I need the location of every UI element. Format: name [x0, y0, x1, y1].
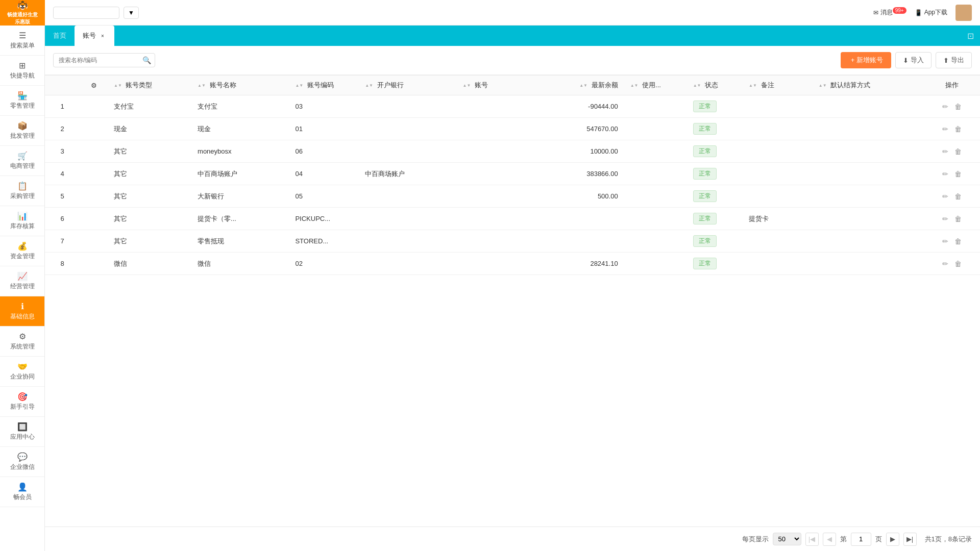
cell-actions: ✏ 🗑 — [924, 95, 980, 118]
table-wrap: ⚙ ▲▼ 账号类型 ▲▼ 账号名称 ▲▼ 账号编码 — [45, 75, 980, 527]
edit-button[interactable]: ✏ — [940, 191, 950, 202]
col-name-label: 账号名称 — [210, 81, 236, 89]
col-header-account[interactable]: ▲▼ 账号 — [457, 76, 541, 95]
cell-usage — [624, 118, 687, 140]
page-first-button[interactable]: |◀ — [805, 533, 819, 546]
sidebar-item-appcenter[interactable]: 🔲 应用中心 — [0, 417, 44, 447]
import-button[interactable]: ⬇ 导入 — [895, 52, 932, 68]
edit-button[interactable]: ✏ — [940, 259, 950, 269]
cell-type: 其它 — [108, 208, 191, 230]
delete-button[interactable]: 🗑 — [952, 236, 964, 246]
cell-payment — [813, 208, 924, 230]
settings-gear-icon[interactable]: ⚙ — [91, 82, 97, 89]
sort-payment-icon: ▲▼ — [819, 84, 827, 88]
cell-payment — [813, 118, 924, 140]
main-area: ▼ ✉ 消息 99+ 📱 App下载 首页 账号 × ⊡ — [45, 0, 980, 551]
col-header-usage[interactable]: ▲▼ 使用... — [624, 76, 687, 95]
search-button[interactable]: 🔍 — [142, 56, 151, 64]
cell-remark — [743, 118, 813, 140]
cell-bank — [359, 185, 456, 208]
page-label: 第 — [840, 535, 847, 544]
status-badge: 正常 — [693, 190, 717, 202]
tab-close-icon[interactable]: × — [99, 32, 106, 39]
page-input[interactable] — [851, 533, 871, 546]
sidebar-item-finance[interactable]: 💰 资金管理 — [0, 236, 44, 266]
edit-button[interactable]: ✏ — [940, 102, 950, 112]
col-header-type[interactable]: ▲▼ 账号类型 — [108, 76, 191, 95]
app-download-action[interactable]: 📱 App下载 — [915, 8, 947, 17]
cell-settings — [80, 208, 108, 230]
sidebar-item-label-member: 畅会员 — [13, 493, 32, 502]
status-badge: 正常 — [693, 258, 717, 269]
cell-status: 正常 — [687, 118, 743, 140]
sidebar-item-guide[interactable]: 🎯 新手引导 — [0, 387, 44, 417]
sidebar-item-enterprise-collab[interactable]: 🤝 企业协同 — [0, 357, 44, 387]
sidebar-item-label-appcenter: 应用中心 — [10, 433, 35, 441]
col-header-bank[interactable]: ▲▼ 开户银行 — [359, 76, 456, 95]
enterprise-wechat-icon: 💬 — [17, 452, 28, 462]
messages-action[interactable]: ✉ 消息 99+ — [873, 8, 906, 17]
cell-type: 其它 — [108, 163, 191, 185]
delete-button[interactable]: 🗑 — [952, 146, 964, 157]
cell-status: 正常 — [687, 140, 743, 163]
delete-button[interactable]: 🗑 — [952, 191, 964, 202]
edit-button[interactable]: ✏ — [940, 146, 950, 157]
delete-button[interactable]: 🗑 — [952, 259, 964, 269]
col-header-payment[interactable]: ▲▼ 默认结算方式 — [813, 76, 924, 95]
sidebar-item-system[interactable]: ⚙ 系统管理 — [0, 327, 44, 357]
page-next-button[interactable]: ▶ — [886, 533, 899, 546]
sidebar-item-inventory[interactable]: 📊 库存核算 — [0, 206, 44, 236]
delete-button[interactable]: 🗑 — [952, 124, 964, 134]
cell-bank — [359, 118, 456, 140]
sort-type-icon: ▲▼ — [114, 84, 122, 88]
delete-button[interactable]: 🗑 — [952, 169, 964, 179]
tab-account[interactable]: 账号 × — [75, 26, 114, 46]
system-icon: ⚙ — [19, 332, 26, 341]
col-header-remark[interactable]: ▲▼ 备注 — [743, 76, 813, 95]
col-header-status[interactable]: ▲▼ 状态 — [687, 76, 743, 95]
tab-expand-button[interactable]: ⊡ — [961, 31, 980, 41]
sidebar-item-wholesale[interactable]: 📦 批发管理 — [0, 116, 44, 146]
sidebar-item-operations[interactable]: 📈 经营管理 — [0, 266, 44, 296]
edit-button[interactable]: ✏ — [940, 124, 950, 134]
edit-button[interactable]: ✏ — [940, 214, 950, 224]
cell-status: 正常 — [687, 230, 743, 253]
dropdown-button[interactable]: ▼ — [124, 7, 139, 19]
edit-button[interactable]: ✏ — [940, 169, 950, 179]
page-size-select[interactable]: 50 100 — [773, 533, 801, 545]
page-prev-button[interactable]: ◀ — [823, 533, 836, 546]
export-button[interactable]: ⬆ 导出 — [936, 52, 972, 68]
delete-button[interactable]: 🗑 — [952, 214, 964, 224]
col-status-label: 状态 — [705, 81, 718, 89]
cell-code: STORED... — [289, 230, 359, 253]
delete-button[interactable]: 🗑 — [952, 102, 964, 112]
top-search-input[interactable] — [53, 7, 119, 19]
app-download-icon: 📱 — [915, 9, 922, 16]
avatar[interactable] — [955, 5, 972, 21]
cell-actions: ✏ 🗑 — [924, 230, 980, 253]
edit-button[interactable]: ✏ — [940, 236, 950, 246]
guide-icon: 🎯 — [17, 392, 28, 402]
add-account-button[interactable]: + 新增账号 — [841, 52, 891, 68]
cell-usage — [624, 253, 687, 275]
sidebar-item-member[interactable]: 👤 畅会员 — [0, 477, 44, 507]
cell-account — [457, 208, 541, 230]
col-header-code[interactable]: ▲▼ 账号编码 — [289, 76, 359, 95]
sidebar-item-enterprise-wechat[interactable]: 💬 企业微信 — [0, 447, 44, 477]
sidebar-item-ecommerce[interactable]: 🛒 电商管理 — [0, 146, 44, 176]
cell-index: 5 — [45, 185, 80, 208]
sidebar-item-retail[interactable]: 🏪 零售管理 — [0, 86, 44, 116]
sidebar-item-search[interactable]: ☰ 搜索菜单 — [0, 26, 44, 56]
page-last-button[interactable]: ▶| — [903, 533, 917, 546]
table-row: 7 其它 零售抵现 STORED... 正常 ✏ 🗑 — [45, 230, 980, 253]
sidebar-item-purchase[interactable]: 📋 采购管理 — [0, 176, 44, 206]
col-header-settings[interactable]: ⚙ — [80, 76, 108, 95]
sidebar-item-quicknav[interactable]: ⊞ 快捷导航 — [0, 56, 44, 86]
tab-home[interactable]: 首页 — [45, 26, 75, 46]
sidebar-item-basic-info[interactable]: ℹ 基础信息 — [0, 296, 44, 327]
table-row: 2 现金 现金 01 547670.00 正常 ✏ 🗑 — [45, 118, 980, 140]
search-input[interactable] — [53, 53, 155, 67]
col-header-balance[interactable]: ▲▼ 最新余额 — [541, 76, 624, 95]
col-header-name[interactable]: ▲▼ 账号名称 — [191, 76, 289, 95]
cell-status: 正常 — [687, 185, 743, 208]
